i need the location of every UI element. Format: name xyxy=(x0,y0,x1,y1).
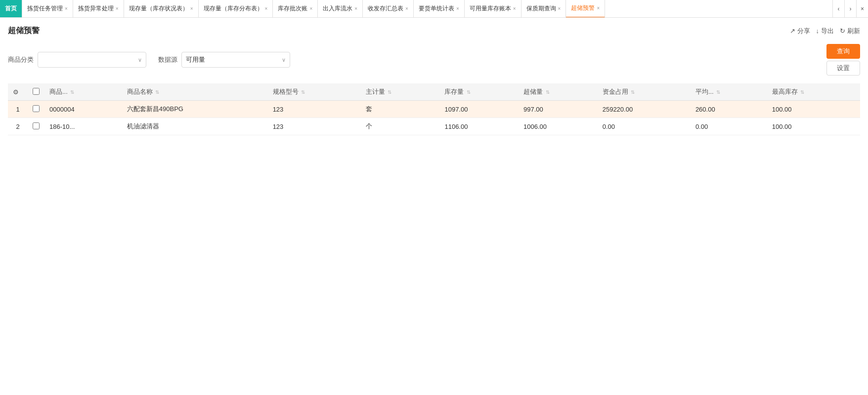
row-code-1: 186-10... xyxy=(44,118,122,135)
nav-tab-6[interactable]: 出入库流水 × xyxy=(318,0,363,18)
table-body: 1 0000004 六配套新昌490BPG 123 套 1097.00 997.… xyxy=(8,101,860,135)
category-filter: 商品分类 ∨ xyxy=(8,52,146,68)
row-over-0: 997.00 xyxy=(519,101,598,118)
data-table: ⚙ 商品... ⇅ 商品名称 ⇅ 规格型号 ⇅ 主计量 xyxy=(8,83,860,135)
nav-tab-2[interactable]: 拣货异常处理 × xyxy=(73,0,124,18)
col-code-label: 商品... xyxy=(49,88,68,95)
row-checkbox-1[interactable] xyxy=(28,118,44,135)
share-icon: ↗ xyxy=(790,27,795,35)
row-checkbox-0[interactable] xyxy=(28,101,44,118)
table-header-row: ⚙ 商品... ⇅ 商品名称 ⇅ 规格型号 ⇅ 主计量 xyxy=(8,83,860,101)
page-header: 超储预警 ↗ 分享 ↓ 导出 ↻ 刷新 xyxy=(8,26,860,36)
table-header-checkbox[interactable] xyxy=(28,83,44,101)
datasource-select[interactable]: 可用量 ∨ xyxy=(181,52,290,68)
tab-close-6[interactable]: × xyxy=(354,6,357,11)
table-header-unit[interactable]: 主计量 ⇅ xyxy=(361,83,440,101)
select-all-checkbox[interactable] xyxy=(33,88,40,95)
table-header-over[interactable]: 超储量 ⇅ xyxy=(519,83,598,101)
filter-area: 商品分类 ∨ 数据源 可用量 ∨ 查询 设置 xyxy=(8,44,860,76)
top-navigation: 首页 拣货任务管理 × 拣货异常处理 × 现存量（库存状况表） × 现存量（库存… xyxy=(0,0,868,18)
row-maxstock-1: 100.00 xyxy=(767,118,860,135)
export-button[interactable]: ↓ 导出 xyxy=(816,27,834,36)
tab-close-11[interactable]: × xyxy=(597,5,600,11)
page-title: 超储预警 xyxy=(8,26,40,36)
nav-tab-4[interactable]: 现存量（库存分布表） × xyxy=(199,0,273,18)
share-button[interactable]: ↗ 分享 xyxy=(790,27,810,36)
table-header-capital[interactable]: 资金占用 ⇅ xyxy=(598,83,691,101)
row-maxstock-0: 100.00 xyxy=(767,101,860,118)
nav-tab-1[interactable]: 拣货任务管理 × xyxy=(22,0,73,18)
row-seq-1: 2 xyxy=(8,118,28,135)
page-content: 超储预警 ↗ 分享 ↓ 导出 ↻ 刷新 商品分类 ∨ 数据源 xyxy=(0,18,868,395)
nav-tab-11[interactable]: 超储预警 × xyxy=(566,0,605,18)
col-over-label: 超储量 xyxy=(523,88,543,95)
row-select-0[interactable] xyxy=(33,105,40,112)
table-header-code[interactable]: 商品... ⇅ xyxy=(44,83,122,101)
nav-close-button[interactable]: × xyxy=(856,0,868,18)
tab-close-8[interactable]: × xyxy=(456,6,459,11)
nav-tab-5[interactable]: 库存批次账 × xyxy=(273,0,318,18)
tab-label-4: 现存量（库存分布表） xyxy=(204,4,263,13)
row-capital-1: 0.00 xyxy=(598,118,691,135)
nav-tab-3[interactable]: 现存量（库存状况表） × xyxy=(124,0,199,18)
category-select[interactable]: ∨ xyxy=(38,52,146,68)
refresh-button[interactable]: ↻ 刷新 xyxy=(840,27,860,36)
tab-close-9[interactable]: × xyxy=(513,6,516,11)
home-label: 首页 xyxy=(5,4,17,13)
datasource-label: 数据源 xyxy=(158,55,177,64)
row-name-0: 六配套新昌490BPG xyxy=(122,101,268,118)
tab-label-5: 库存批次账 xyxy=(278,4,307,13)
nav-tab-8[interactable]: 要货单统计表 × xyxy=(414,0,465,18)
table-header-name[interactable]: 商品名称 ⇅ xyxy=(122,83,268,101)
row-avg-0: 260.00 xyxy=(691,101,767,118)
tab-label-2: 拣货异常处理 xyxy=(78,4,114,13)
row-select-1[interactable] xyxy=(33,122,40,129)
header-actions: ↗ 分享 ↓ 导出 ↻ 刷新 xyxy=(790,27,861,36)
col-spec-sort-icon: ⇅ xyxy=(301,89,305,95)
table-header-stock[interactable]: 库存量 ⇅ xyxy=(439,83,519,101)
col-name-sort-icon: ⇅ xyxy=(155,89,159,95)
query-button[interactable]: 查询 xyxy=(826,44,860,59)
tab-close-1[interactable]: × xyxy=(65,6,68,11)
table-header-avg[interactable]: 平均... ⇅ xyxy=(691,83,767,101)
datasource-filter: 数据源 可用量 ∨ xyxy=(158,52,290,68)
table-header-settings[interactable]: ⚙ xyxy=(8,83,28,101)
tab-close-3[interactable]: × xyxy=(190,6,193,11)
tab-close-7[interactable]: × xyxy=(405,6,408,11)
tab-close-5[interactable]: × xyxy=(309,6,312,11)
tab-label-11: 超储预警 xyxy=(571,4,595,12)
settings-button[interactable]: 设置 xyxy=(826,61,860,76)
nav-next-button[interactable]: › xyxy=(844,0,856,18)
nav-tab-9[interactable]: 可用量库存账本 × xyxy=(465,0,521,18)
table-header-spec[interactable]: 规格型号 ⇅ xyxy=(268,83,361,101)
nav-tab-10[interactable]: 保质期查询 × xyxy=(521,0,566,18)
export-icon: ↓ xyxy=(816,27,820,35)
tab-close-2[interactable]: × xyxy=(116,6,119,11)
tab-close-4[interactable]: × xyxy=(265,6,268,11)
chevron-left-icon: ‹ xyxy=(838,5,840,12)
col-spec-label: 规格型号 xyxy=(273,88,299,95)
nav-prev-button[interactable]: ‹ xyxy=(832,0,844,18)
row-name-1: 机油滤清器 xyxy=(122,118,268,135)
export-label: 导出 xyxy=(821,27,834,36)
table-row: 1 0000004 六配套新昌490BPG 123 套 1097.00 997.… xyxy=(8,101,860,118)
chevron-right-icon: › xyxy=(850,5,852,12)
col-capital-sort-icon: ⇅ xyxy=(631,89,635,95)
close-icon: × xyxy=(861,5,864,12)
tab-close-10[interactable]: × xyxy=(558,6,561,11)
nav-tab-home[interactable]: 首页 xyxy=(0,0,22,18)
settings-icon: ⚙ xyxy=(13,88,19,96)
col-avg-sort-icon: ⇅ xyxy=(716,89,720,95)
col-code-sort-icon: ⇅ xyxy=(70,89,74,95)
category-label: 商品分类 xyxy=(8,55,34,64)
tab-label-6: 出入库流水 xyxy=(323,4,352,13)
row-spec-1: 123 xyxy=(268,118,361,135)
nav-tab-7[interactable]: 收发存汇总表 × xyxy=(363,0,414,18)
row-over-1: 1006.00 xyxy=(519,118,598,135)
col-over-sort-icon: ⇅ xyxy=(546,89,550,95)
refresh-icon: ↻ xyxy=(840,27,845,35)
table-header-max[interactable]: 最高库存 ⇅ xyxy=(767,83,860,101)
row-stock-1: 1106.00 xyxy=(439,118,519,135)
tab-label-10: 保质期查询 xyxy=(526,4,556,13)
filter-buttons: 查询 设置 xyxy=(826,44,860,76)
